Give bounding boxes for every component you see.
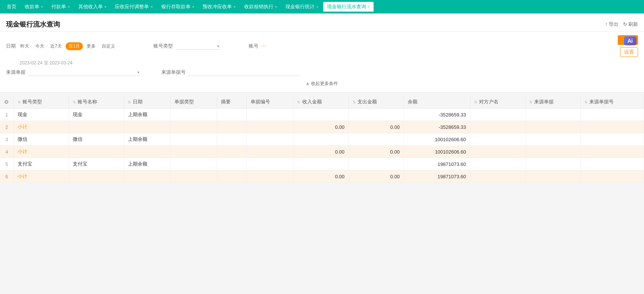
date-today[interactable]: 今天 bbox=[33, 42, 47, 50]
cell-source-doc bbox=[525, 170, 580, 183]
col-expense[interactable]: ⇅ 支出金额 bbox=[348, 96, 404, 109]
table-settings-icon[interactable]: ⚙ bbox=[4, 99, 9, 105]
date-7days[interactable]: 近7天 bbox=[48, 42, 64, 50]
nav-item-other-income[interactable]: 其他收入单 × bbox=[75, 2, 110, 12]
sort-arrows-icon: ⇅ bbox=[297, 100, 300, 104]
cell-counterpart bbox=[470, 121, 525, 133]
export-button[interactable]: ↑ 导出 bbox=[605, 21, 619, 28]
date-range-text: 2023-02-24 至 2023-03-24 bbox=[20, 60, 72, 66]
cell-source-doc-no bbox=[580, 170, 644, 183]
cell-account-name bbox=[69, 170, 124, 183]
account-dots[interactable]: ··· bbox=[261, 43, 266, 49]
filter-row-1: 日期 昨天 今天 近7天 近1月 更多 自定义 账号类型 现金 微信 支付宝 bbox=[6, 35, 638, 57]
cell-income bbox=[293, 109, 348, 121]
close-icon[interactable]: × bbox=[316, 4, 318, 9]
date-1month[interactable]: 近1月 bbox=[66, 42, 83, 50]
close-icon[interactable]: × bbox=[41, 4, 43, 9]
cell-income: 0.00 bbox=[293, 146, 348, 158]
data-table: ⚙ ⇅ 账号类型 ⇅ 账号名称 ⇅ 日期 单据类型 摘要 bbox=[0, 96, 644, 183]
cell-income bbox=[293, 158, 348, 170]
table-row: 4小计0.000.00100102606.60 bbox=[0, 146, 644, 158]
close-icon[interactable]: × bbox=[150, 4, 153, 9]
date-range-display: 2023-02-24 至 2023-03-24 bbox=[20, 60, 638, 66]
collapse-button[interactable]: ∧ 收起更多条件 bbox=[306, 81, 338, 87]
cell-expense: 0.00 bbox=[348, 170, 404, 183]
cell-summary bbox=[217, 133, 247, 146]
cell-doc-type bbox=[170, 170, 217, 183]
col-account-name[interactable]: ⇅ 账号名称 bbox=[69, 96, 124, 109]
nav-item-receipt[interactable]: 收款单 × bbox=[21, 2, 47, 12]
source-doc-no-input[interactable] bbox=[188, 69, 300, 76]
cell-counterpart bbox=[470, 158, 525, 170]
close-icon[interactable]: × bbox=[68, 4, 70, 9]
cell-income: 0.00 bbox=[293, 170, 348, 183]
sort-arrows-icon: ⇅ bbox=[584, 100, 587, 104]
col-date[interactable]: ⇅ 日期 bbox=[124, 96, 170, 109]
close-icon[interactable]: × bbox=[368, 4, 370, 9]
nav-item-bank-deposit[interactable]: 银行存取款单 × bbox=[158, 2, 198, 12]
cell-balance: 100102606.60 bbox=[404, 133, 470, 146]
page-title: 现金银行流水查询 bbox=[6, 20, 60, 29]
cell-counterpart bbox=[470, 146, 525, 158]
cell-source-doc bbox=[525, 121, 580, 133]
cell-doc-no bbox=[247, 133, 293, 146]
cell-doc-type bbox=[170, 109, 217, 121]
date-more[interactable]: 更多 bbox=[84, 42, 98, 50]
date-label: 日期 bbox=[6, 43, 16, 49]
row-number: 5 bbox=[0, 158, 14, 170]
header-actions: ↑ 导出 ↻ 刷新 bbox=[605, 21, 638, 28]
cell-expense bbox=[348, 109, 404, 121]
nav-item-adjustment[interactable]: 应收应付调整单 × bbox=[111, 2, 156, 12]
cell-date bbox=[124, 121, 170, 133]
page-header: 现金银行流水查询 ↑ 导出 ↻ 刷新 bbox=[0, 13, 644, 31]
nav-item-advance[interactable]: 预收冲应收单 × bbox=[199, 2, 239, 12]
cell-account-name: 现金 bbox=[69, 109, 124, 121]
source-doc-select[interactable] bbox=[28, 69, 140, 76]
col-source-doc-no[interactable]: ⇅ 来源单据号 bbox=[580, 96, 644, 109]
nav-item-payment[interactable]: 付款单 × bbox=[48, 2, 74, 12]
cell-source-doc bbox=[525, 158, 580, 170]
col-account-type[interactable]: ⇅ 账号类型 bbox=[14, 96, 69, 109]
cell-balance: 100102606.60 bbox=[404, 146, 470, 158]
nav-item-collection[interactable]: 收款核销执行 × bbox=[240, 2, 281, 12]
nav-item-cash-stats[interactable]: 现金银行统计 × bbox=[282, 2, 322, 12]
table-body: 1现金现金上期余额-3528659.332小计0.000.00-3528659.… bbox=[0, 109, 644, 183]
cell-source-doc-no bbox=[580, 109, 644, 121]
refresh-icon: ↻ bbox=[623, 21, 627, 27]
cell-balance: -3528659.33 bbox=[404, 109, 470, 121]
collapse-more: ∧ 收起更多条件 bbox=[6, 79, 638, 88]
cell-account-name bbox=[69, 146, 124, 158]
nav-item-home[interactable]: 首页 bbox=[3, 2, 20, 12]
cell-expense bbox=[348, 158, 404, 170]
cell-source-doc-no bbox=[580, 158, 644, 170]
col-income[interactable]: ⇅ 收入金额 bbox=[293, 96, 348, 109]
date-custom[interactable]: 自定义 bbox=[99, 42, 117, 50]
cell-doc-type bbox=[170, 158, 217, 170]
cell-doc-type bbox=[170, 133, 217, 146]
cell-expense: 0.00 bbox=[348, 146, 404, 158]
close-icon[interactable]: × bbox=[233, 4, 236, 9]
refresh-button[interactable]: ↻ 刷新 bbox=[623, 21, 638, 28]
settings-button[interactable]: 设置 bbox=[620, 47, 638, 57]
col-source-doc[interactable]: ⇅ 来源单据 bbox=[525, 96, 580, 109]
close-icon[interactable]: × bbox=[104, 4, 107, 9]
cell-expense bbox=[348, 133, 404, 146]
ai-badge[interactable]: Ai bbox=[624, 36, 636, 45]
close-icon[interactable]: × bbox=[192, 4, 194, 9]
cell-counterpart bbox=[470, 170, 525, 183]
table-row: 5支付宝支付宝上期余额19871073.60 bbox=[0, 158, 644, 170]
account-type-select[interactable]: 现金 微信 支付宝 bbox=[175, 42, 220, 50]
col-counterpart[interactable]: ⇅ 对方户名 bbox=[470, 96, 525, 109]
cell-account-type: 微信 bbox=[14, 133, 69, 146]
filter-area: 日期 昨天 今天 近7天 近1月 更多 自定义 账号类型 现金 微信 支付宝 bbox=[0, 31, 644, 93]
cell-account-type: 现金 bbox=[14, 109, 69, 121]
cell-source-doc bbox=[525, 146, 580, 158]
close-icon[interactable]: × bbox=[275, 4, 277, 9]
row-number: 6 bbox=[0, 170, 14, 183]
date-yesterday[interactable]: 昨天 bbox=[18, 42, 32, 50]
cell-date bbox=[124, 170, 170, 183]
cell-account-name: 微信 bbox=[69, 133, 124, 146]
cell-doc-type bbox=[170, 121, 217, 133]
nav-item-cash-flow[interactable]: 现金银行流水查询 × bbox=[323, 2, 374, 12]
cell-summary bbox=[217, 158, 247, 170]
